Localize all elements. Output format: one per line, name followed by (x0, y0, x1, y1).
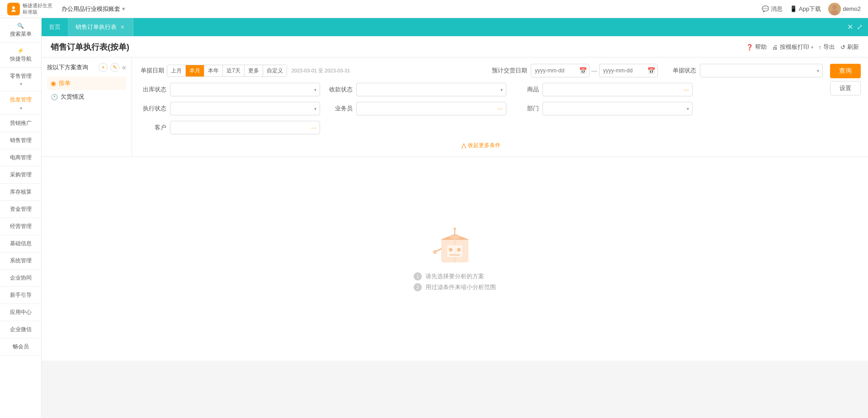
sidebar-item-purchase[interactable]: 采购管理 (0, 166, 41, 184)
sidebar-item-marketing[interactable]: 营销推广 (0, 115, 41, 132)
sidebar-item-guide[interactable]: 新手引导 (0, 287, 41, 304)
scheme-item-按单[interactable]: ◉ 按单 (47, 76, 126, 90)
message-icon: 💬 (762, 5, 769, 12)
customer-more-icon[interactable]: ··· (311, 124, 316, 131)
svg-rect-8 (449, 254, 460, 256)
filter-row-2: 出库状态 ▾ 收款状态 (139, 83, 823, 96)
out-status-select[interactable] (170, 83, 320, 96)
sidebar-item-wechat[interactable]: 企业微信 (0, 321, 41, 338)
date-end-wrap: 📅 (599, 64, 658, 77)
sidebar-item-operations[interactable]: 经营管理 (0, 218, 41, 235)
date-tab-last-month[interactable]: 上月 (167, 65, 186, 76)
date-tab-7days[interactable]: 近7天 (223, 65, 245, 76)
tab-home[interactable]: 首页 (42, 18, 68, 36)
sidebar-item-member[interactable]: 畅会员 (0, 338, 41, 356)
help-button[interactable]: ❓ 帮助 (746, 43, 767, 51)
sidebar-item-quick-nav[interactable]: ⚡ 快捷导航 (0, 43, 41, 68)
sidebar-item-sales[interactable]: 销售管理 (0, 132, 41, 149)
sidebar-item-system[interactable]: 系统管理 (0, 252, 41, 270)
page-title-row: 销售订单执行表(按单) ❓ 帮助 🖨 按模板打印 ▾ ↑ (51, 42, 859, 57)
radio-active-icon: ◉ (51, 80, 56, 87)
add-scheme-button[interactable]: + (99, 63, 108, 72)
query-button[interactable]: 查询 (830, 64, 861, 78)
collapse-scheme-button[interactable]: « (122, 63, 126, 71)
date-tab-this-year[interactable]: 本年 (204, 65, 223, 76)
page-content: 销售订单执行表(按单) ❓ 帮助 🖨 按模板打印 ▾ ↑ (42, 36, 868, 418)
customer-control: ··· (170, 121, 320, 134)
date-tab-more[interactable]: 更多 (245, 65, 263, 76)
sidebar-item-search[interactable]: 🔍 搜索菜单 (0, 18, 41, 43)
out-status-control: ▾ (170, 83, 320, 96)
salesperson-more-icon[interactable]: ··· (497, 105, 503, 112)
empty-tip-1: 1 请先选择要分析的方案 (414, 272, 496, 280)
customer-input[interactable] (170, 121, 320, 134)
svg-point-7 (457, 248, 461, 252)
order-status-filter: 单据状态 ▾ (669, 64, 823, 77)
page-title: 销售订单执行表(按单) (51, 42, 129, 52)
dept-select[interactable] (542, 102, 693, 115)
search-icon: 🔍 (17, 23, 24, 29)
receive-status-select[interactable] (356, 83, 506, 96)
refresh-button[interactable]: ↺ 刷新 (840, 43, 859, 51)
avatar (828, 3, 841, 15)
sidebar-item-basic-info[interactable]: 基础信息 (0, 235, 41, 252)
clock-icon: 🕐 (51, 94, 58, 100)
settings-button[interactable]: 设置 (830, 81, 861, 95)
sidebar-item-inventory[interactable]: 库存核算 (0, 184, 41, 201)
filter-main: 单据日期 上月 本月 本年 近7天 更多 自定义 2023-03-01 至 20… (132, 57, 868, 157)
exec-status-filter: 执行状态 ▾ (139, 102, 320, 115)
order-status-select[interactable] (700, 64, 823, 77)
tab-sales-order-exec[interactable]: 销售订单执行表 ✕ (68, 18, 133, 36)
page-actions: ❓ 帮助 🖨 按模板打印 ▾ ↑ 导出 ↺ (746, 43, 859, 51)
empty-icon (432, 226, 477, 267)
breadcrumb-arrow-icon[interactable]: ▾ (122, 5, 125, 12)
exec-status-select[interactable] (170, 102, 320, 115)
chevron-down-icon: ▾ (20, 81, 22, 86)
print-icon: 🖨 (772, 44, 778, 51)
scheme-item-欠货情况[interactable]: 🕐 欠货情况 (47, 90, 126, 104)
main-layout: 🔍 搜索菜单 ⚡ 快捷导航 零售管理 ▾ 批发管理 ▴ 营销推广 销售管理 电商… (0, 18, 868, 418)
date-tab-this-month[interactable]: 本月 (186, 65, 204, 76)
customer-filter: 客户 ··· (139, 121, 320, 134)
scheme-header: 按以下方案查询 + ✎ « (47, 63, 126, 72)
receive-status-filter: 收款状态 ▾ (326, 83, 506, 96)
logo-area: 畅捷通好生意 标准版 (7, 3, 52, 15)
message-button[interactable]: 💬 消息 (762, 5, 783, 13)
date-tabs: 上月 本月 本年 近7天 更多 自定义 (167, 65, 287, 77)
tab-bar-actions: ✕ ⤢ (842, 18, 868, 36)
scheme-panel: 按以下方案查询 + ✎ « ◉ 按单 (42, 57, 132, 157)
tab-close-window-icon[interactable]: ✕ (847, 24, 853, 31)
empty-tip-2: 2 用过滤条件来缩小分析范围 (414, 283, 496, 291)
date-tab-custom[interactable]: 自定义 (263, 65, 287, 76)
tab-expand-icon[interactable]: ⤢ (857, 24, 863, 31)
edit-scheme-button[interactable]: ✎ (110, 63, 119, 72)
template-print-button[interactable]: 🖨 按模板打印 ▾ (772, 43, 813, 51)
date-filter: 单据日期 上月 本月 本年 近7天 更多 自定义 2023-03-01 至 20… (139, 65, 486, 77)
tab-close-icon[interactable]: ✕ (119, 23, 126, 31)
date-start-input[interactable] (531, 64, 590, 77)
sidebar-item-finance[interactable]: 资金管理 (0, 201, 41, 218)
svg-line-11 (436, 249, 441, 252)
scheme-header-icons: + ✎ « (99, 63, 126, 72)
receive-status-control: ▾ (356, 83, 506, 96)
chevron-up-icon: ▴ (20, 105, 22, 110)
sidebar-item-ecommerce[interactable]: 电商管理 (0, 149, 41, 166)
filter-panel: 单据日期 上月 本月 本年 近7天 更多 自定义 2023-03-01 至 20… (132, 57, 830, 157)
sidebar-item-enterprise[interactable]: 企业协同 (0, 270, 41, 287)
sidebar-item-app-center[interactable]: 应用中心 (0, 304, 41, 321)
date-end-input[interactable] (599, 64, 658, 77)
logo-icon (7, 3, 20, 15)
sidebar-item-retail[interactable]: 零售管理 ▾ (0, 68, 41, 91)
refresh-icon: ↺ (840, 44, 845, 51)
export-button[interactable]: ↑ 导出 (819, 43, 835, 51)
collapse-more-button[interactable]: ⋀ 收起更多条件 (139, 140, 823, 153)
product-control: ··· (542, 83, 693, 96)
filter-area: 按以下方案查询 + ✎ « ◉ 按单 (42, 57, 868, 157)
product-more-icon[interactable]: ··· (684, 86, 689, 93)
sidebar-item-wholesale[interactable]: 批发管理 ▴ (0, 91, 41, 115)
export-icon: ↑ (819, 44, 822, 51)
salesperson-input[interactable] (356, 102, 506, 115)
product-input[interactable] (542, 83, 693, 96)
user-avatar[interactable]: demo2 (828, 3, 861, 15)
app-download-button[interactable]: 📱 App下载 (790, 5, 821, 13)
